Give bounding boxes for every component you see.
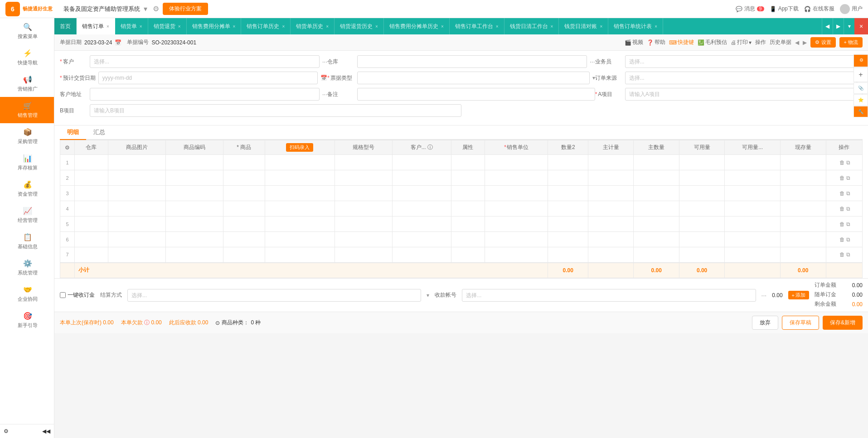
row-unit-6[interactable] bbox=[485, 232, 548, 247]
help-btn[interactable]: ❓ 帮助 bbox=[647, 39, 665, 46]
row-spec-3[interactable] bbox=[335, 186, 392, 201]
history-btn[interactable]: 历史单据 bbox=[770, 39, 791, 46]
row-code-1[interactable] bbox=[165, 155, 223, 170]
row-qty2-6[interactable] bbox=[548, 232, 588, 247]
delete-icon-6[interactable]: 🗑 bbox=[839, 236, 845, 243]
payment-method-input[interactable] bbox=[127, 289, 421, 302]
tab-sales-slip[interactable]: 销货单 × bbox=[115, 18, 148, 34]
tab-slip-history-close[interactable]: × bbox=[326, 24, 329, 29]
copy-icon-3[interactable]: ⧉ bbox=[846, 190, 850, 197]
row-main-qty-6[interactable] bbox=[634, 232, 679, 247]
copy-icon-4[interactable]: ⧉ bbox=[846, 206, 850, 212]
row-product-6[interactable] bbox=[223, 232, 265, 247]
copy-icon-6[interactable]: ⧉ bbox=[846, 236, 850, 243]
sidebar-item-basic[interactable]: 📋 基础信息 bbox=[0, 228, 54, 255]
tab-sales-order-close[interactable]: × bbox=[107, 24, 109, 29]
row-code-6[interactable] bbox=[165, 232, 223, 247]
one-click-checkbox-input[interactable] bbox=[60, 292, 66, 298]
tab-sales-order[interactable]: 销售订单 × bbox=[77, 18, 115, 34]
receipt-more-btn[interactable]: ··· bbox=[761, 292, 767, 299]
row-code-5[interactable] bbox=[165, 217, 223, 232]
row-action-3[interactable]: 🗑⧉ bbox=[826, 186, 863, 201]
row-qty2-7[interactable] bbox=[548, 247, 588, 263]
sidebar-collapse-icon[interactable]: ◀◀ bbox=[42, 428, 50, 434]
address-input[interactable] bbox=[90, 88, 320, 101]
settings-icon[interactable]: ⚙ bbox=[153, 5, 159, 13]
row-warehouse-1[interactable] bbox=[75, 155, 108, 170]
tab-expense-alloc[interactable]: 销售费用分摊单 × bbox=[187, 18, 242, 34]
tab-dropdown[interactable]: ▾ bbox=[844, 18, 854, 34]
row-main-qty-2[interactable] bbox=[634, 170, 679, 186]
sidebar-item-guide[interactable]: 🎯 新手引导 bbox=[0, 307, 54, 333]
tab-order-stats[interactable]: 销售订单统计表 × bbox=[608, 18, 663, 34]
row-unit-3[interactable] bbox=[485, 186, 548, 201]
row-action-4[interactable]: 🗑⧉ bbox=[826, 201, 863, 217]
copy-icon-1[interactable]: ⧉ bbox=[846, 159, 850, 166]
b-project-input[interactable] bbox=[90, 104, 461, 117]
delete-icon-2[interactable]: 🗑 bbox=[839, 175, 845, 181]
delete-icon-4[interactable]: 🗑 bbox=[839, 206, 845, 212]
save-new-btn[interactable]: 保存&新增 bbox=[823, 316, 863, 330]
row-code-7[interactable] bbox=[165, 247, 223, 263]
sidebar-item-purchase[interactable]: 📦 采购管理 bbox=[0, 123, 54, 149]
tab-expense-history-close[interactable]: × bbox=[441, 24, 444, 29]
tab-sales-return[interactable]: 销货退货 × bbox=[148, 18, 187, 34]
row-spec-2[interactable] bbox=[335, 170, 392, 186]
tab-sales-return-close[interactable]: × bbox=[178, 24, 181, 29]
row-unit-7[interactable] bbox=[485, 247, 548, 263]
side-panel-settings[interactable]: ⚙ 设置 bbox=[853, 54, 868, 67]
operations-btn[interactable]: 操作 bbox=[755, 39, 766, 46]
row-warehouse-7[interactable] bbox=[75, 247, 108, 263]
app-download-btn[interactable]: 📱 App下载 bbox=[770, 5, 799, 13]
customer-input[interactable] bbox=[90, 55, 320, 68]
row-attr-3[interactable] bbox=[451, 186, 485, 201]
row-unit-5[interactable] bbox=[485, 217, 548, 232]
row-customer-3[interactable] bbox=[392, 186, 451, 201]
row-action-7[interactable]: 🗑⧉ bbox=[826, 247, 863, 263]
row-attr-5[interactable] bbox=[451, 217, 485, 232]
row-product-3[interactable] bbox=[223, 186, 265, 201]
copy-icon-2[interactable]: ⧉ bbox=[846, 175, 850, 181]
order-source-input[interactable] bbox=[625, 72, 857, 84]
system-dropdown-icon[interactable]: ▾ bbox=[144, 5, 147, 13]
row-spec-4[interactable] bbox=[335, 201, 392, 217]
col-scan[interactable]: 扫码录入 bbox=[265, 140, 335, 155]
receipt-no-input[interactable] bbox=[462, 289, 756, 302]
delete-icon-7[interactable]: 🗑 bbox=[839, 251, 845, 258]
discard-btn[interactable]: 放弃 bbox=[752, 316, 778, 330]
warehouse-input[interactable]: 成品库 bbox=[357, 55, 587, 68]
row-main-uom-2[interactable] bbox=[588, 170, 634, 186]
sidebar-item-inventory[interactable]: 📊 库存核算 bbox=[0, 149, 54, 176]
calendar-icon[interactable]: 📅 bbox=[115, 39, 121, 46]
save-draft-btn[interactable]: 保存草稿 bbox=[782, 316, 819, 330]
a-project-input[interactable] bbox=[625, 88, 863, 101]
scan-btn[interactable]: 扫码录入 bbox=[286, 143, 313, 152]
close-all-tabs[interactable]: × bbox=[854, 18, 868, 34]
payment-dropdown[interactable]: ▾ bbox=[427, 292, 429, 298]
tab-expense-alloc-close[interactable]: × bbox=[233, 24, 236, 29]
nav-prev[interactable]: ◀ bbox=[795, 39, 799, 46]
row-code-3[interactable] bbox=[165, 186, 223, 201]
row-qty2-2[interactable] bbox=[548, 170, 588, 186]
product-count-icon[interactable]: ⊙ bbox=[215, 320, 220, 326]
row-unit-4[interactable] bbox=[485, 201, 548, 217]
copy-icon-5[interactable]: ⧉ bbox=[846, 221, 850, 227]
sidebar-item-sales[interactable]: 🛒 销售管理 bbox=[0, 97, 54, 123]
delivery-date-input[interactable] bbox=[98, 72, 318, 84]
row-main-uom-4[interactable] bbox=[588, 201, 634, 217]
print-btn[interactable]: 🖨 打印 ▾ bbox=[731, 39, 752, 46]
row-main-qty-4[interactable] bbox=[634, 201, 679, 217]
row-attr-2[interactable] bbox=[451, 170, 485, 186]
sidebar-item-search[interactable]: 🔍 搜索菜单 bbox=[0, 18, 54, 44]
delete-icon-5[interactable]: 🗑 bbox=[839, 221, 845, 227]
sidebar-settings-icon[interactable]: ⚙ bbox=[4, 428, 9, 434]
row-customer-2[interactable] bbox=[392, 170, 451, 186]
salesman-input[interactable] bbox=[625, 55, 855, 68]
tab-order-history-close[interactable]: × bbox=[282, 24, 285, 29]
notes-input[interactable] bbox=[357, 88, 595, 101]
row-action-1[interactable]: 🗑⧉ bbox=[826, 155, 863, 170]
tab-order-history[interactable]: 销售订单历史 × bbox=[241, 18, 291, 34]
row-attr-6[interactable] bbox=[451, 232, 485, 247]
view-btn[interactable]: 🎬 视频 bbox=[625, 39, 643, 46]
row-code-4[interactable] bbox=[165, 201, 223, 217]
